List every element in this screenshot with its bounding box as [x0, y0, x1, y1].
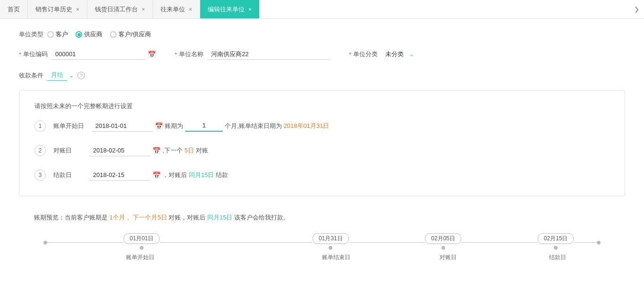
reconcile-calendar-icon[interactable]: 📅: [153, 147, 161, 154]
timeline-node-4: 02月15日: [538, 233, 574, 252]
row2-highlight: 5日: [185, 146, 194, 155]
row-num-1: 1: [34, 120, 46, 132]
payment-condition-label: 收款条件: [19, 71, 43, 80]
radio-supplier-circle: [76, 31, 82, 38]
preview-section: 账期预览：当前客户账期是 1个月， 下一个月5日 对账，对账后 同月15日 该客…: [19, 206, 625, 269]
row3-highlight: 同月15日: [189, 171, 214, 179]
radio-customer[interactable]: 客户: [47, 30, 68, 39]
unit-category-label: 单位分类: [353, 50, 378, 59]
tl-node4-dot: [554, 246, 558, 250]
unit-name-input[interactable]: [207, 49, 330, 60]
payment-condition-value[interactable]: 月结: [47, 70, 67, 81]
tl-node3-label: 02月05日: [425, 233, 461, 244]
start-date-calendar-icon[interactable]: 📅: [155, 122, 163, 130]
category-dropdown-icon[interactable]: ⌄: [409, 51, 414, 58]
tl-sublabel-1: 账单开始日: [121, 253, 159, 262]
tab-edit-partner[interactable]: 编辑往来单位 ×: [200, 0, 260, 18]
tl-node3-dot: [441, 246, 445, 250]
timeline-node-1: 01月01日: [124, 233, 160, 252]
period-input[interactable]: [185, 120, 223, 132]
start-date-input[interactable]: [92, 120, 153, 132]
radio-customer-circle: [47, 31, 54, 38]
tab-partner-close[interactable]: ×: [189, 6, 192, 13]
tl-sublabel-4: 结款日: [543, 253, 572, 262]
unit-type-radio-group: 客户 供应商 客户/供应商: [47, 30, 151, 39]
tl-node2-label: 01月31日: [313, 233, 349, 244]
timeline: 01月01日 01月31日 02月05日 02: [34, 233, 610, 262]
code-required: *: [19, 51, 21, 58]
unit-code-group: * 单位编码 📅: [19, 49, 156, 60]
row-num-2: 2: [34, 145, 46, 156]
tl-sublabel-2: 账单结束日: [317, 253, 355, 262]
preview-label: 账期预览：当前客户账期是: [34, 214, 108, 221]
setting-row-3: 3 结款日 📅 ，对账后 同月15日 结款: [34, 169, 610, 181]
tl-sublabel-3: 对账日: [432, 253, 465, 262]
tl-node2-dot: [329, 246, 332, 250]
payment-dropdown-icon[interactable]: ⌄: [69, 72, 74, 79]
tab-partner-label: 往来单位: [161, 5, 185, 14]
setting-row-1: 1 账单开始日 📅 账期为 个月,账单结束日期为 2018年01月31日: [34, 120, 610, 132]
preview-text: 账期预览：当前客户账期是 1个月， 下一个月5日 对账，对账后 同月15日 该客…: [34, 213, 610, 222]
unit-category-group: * 单位分类 未分类 ⌄: [349, 48, 414, 60]
unit-type-label: 单位类型: [19, 30, 43, 39]
code-name-row: * 单位编码 📅 * 单位名称 * 单位分类 未分类 ⌄: [19, 48, 625, 60]
row1-highlight: 2018年01月31日: [284, 122, 330, 130]
preview-part1: 1个月，: [110, 214, 131, 221]
tab-bar: 首页 销售订单历史 × 钱货日清工作台 × 往来单位 × 编辑往来单位 × ❯: [0, 0, 644, 19]
preview-part2: 下一个月5日: [133, 214, 167, 221]
preview-part3: 同月15日: [207, 214, 232, 221]
help-icon[interactable]: ?: [77, 72, 85, 79]
row-label-3: 结款日: [53, 171, 82, 179]
unit-name-label: 单位名称: [179, 50, 203, 59]
tab-cash-label: 钱货日清工作台: [95, 5, 138, 14]
tab-sales-label: 销售订单历史: [35, 5, 72, 14]
settings-hint: 请按照未来的一个完整帐期进行设置: [34, 102, 610, 110]
preview-end: 该客户会给我打款。: [234, 214, 289, 221]
row3-prefix: ，对账后: [162, 171, 187, 179]
timeline-start-dot: [43, 241, 47, 245]
radio-customer-label: 客户: [56, 30, 68, 39]
reconcile-date-input[interactable]: [89, 145, 151, 156]
tab-cash-workbench[interactable]: 钱货日清工作台 ×: [87, 0, 153, 18]
radio-customer-supplier[interactable]: 客户/供应商: [110, 30, 151, 39]
tl-line-4: [461, 242, 538, 243]
payment-date-input[interactable]: [89, 169, 151, 181]
tab-partner-units[interactable]: 往来单位 ×: [153, 0, 200, 18]
timeline-node-2: 01月31日: [313, 233, 349, 252]
unit-code-label: 单位编码: [23, 50, 48, 59]
tab-cash-close[interactable]: ×: [142, 6, 145, 13]
radio-cs-circle: [110, 31, 117, 38]
tl-node1-label: 01月01日: [124, 233, 160, 244]
code-calendar-icon[interactable]: 📅: [148, 51, 156, 58]
radio-supplier[interactable]: 供应商: [76, 30, 102, 39]
tab-more-arrow[interactable]: ❯: [629, 0, 644, 18]
payment-calendar-icon[interactable]: 📅: [153, 171, 161, 179]
row-num-3: 3: [34, 169, 46, 181]
tl-line-3: [349, 242, 425, 243]
payment-condition-row: 收款条件 月结 ⌄ ?: [19, 70, 625, 81]
tab-edit-close[interactable]: ×: [248, 6, 252, 13]
name-required: *: [175, 51, 177, 58]
row2-suffix: 对账: [196, 146, 208, 155]
tl-node1-dot: [140, 246, 144, 250]
tab-home[interactable]: 首页: [0, 0, 28, 18]
preview-middle: 对账，对账后: [169, 214, 205, 221]
row-label-2: 对账日: [53, 146, 82, 155]
unit-code-input[interactable]: [51, 49, 146, 60]
settings-box: 请按照未来的一个完整帐期进行设置 1 账单开始日 📅 账期为 个月,账单结束日期…: [19, 90, 625, 196]
tl-line-1: [47, 242, 124, 243]
main-content: 单位类型 客户 供应商 客户/供应商 * 单位编码 📅 * 单位名称: [0, 19, 644, 287]
timeline-end-dot: [597, 241, 601, 245]
tab-sales-close[interactable]: ×: [76, 6, 79, 13]
row-label-1: 账单开始日: [53, 122, 84, 130]
timeline-node-3: 02月05日: [425, 233, 461, 252]
row1-suffix: 个月,账单结束日期为: [225, 122, 282, 130]
unit-type-row: 单位类型 客户 供应商 客户/供应商: [19, 30, 625, 39]
radio-cs-label: 客户/供应商: [119, 30, 151, 39]
unit-category-value: 未分类: [381, 48, 407, 60]
tab-sales-history[interactable]: 销售订单历史 ×: [28, 0, 87, 18]
radio-supplier-label: 供应商: [84, 30, 102, 39]
unit-name-group: * 单位名称: [175, 49, 330, 60]
cat-required: *: [349, 51, 351, 58]
row1-middle: 账期为: [165, 122, 183, 130]
